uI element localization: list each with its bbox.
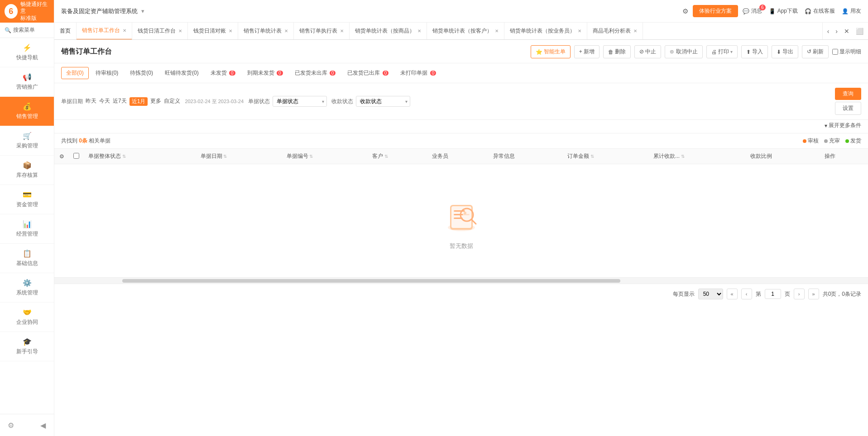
settings-filter-btn[interactable]: 设置: [835, 102, 861, 115]
tab-cash-daily[interactable]: 钱货日清工作台 ✕: [132, 23, 188, 40]
page-size-select[interactable]: 10 20 50 100: [698, 289, 723, 299]
tab-close-cash-daily[interactable]: ✕: [178, 28, 182, 33]
th-customer[interactable]: 客户: [368, 149, 427, 164]
delete-btn[interactable]: 🗑 删除: [603, 45, 631, 58]
tabs-next-btn[interactable]: ›: [834, 27, 839, 36]
import-btn[interactable]: ⬆ 导入: [741, 45, 768, 58]
chart-icon: 📊: [23, 220, 32, 228]
status-select[interactable]: 单据状态: [273, 96, 327, 107]
sub-tab-all[interactable]: 全部(0): [61, 67, 89, 79]
query-btn[interactable]: 查询: [835, 88, 861, 100]
th-settings[interactable]: ⚙: [54, 149, 69, 164]
first-page-btn[interactable]: «: [727, 289, 738, 299]
not-shipped-badge: 0: [229, 71, 235, 76]
sidebar-item-sales[interactable]: 💰 销售管理: [0, 97, 54, 126]
tab-close-cash-reconcile[interactable]: ✕: [229, 28, 232, 33]
sub-tab-wangpu[interactable]: 旺铺待发货(0): [160, 67, 204, 79]
last-page-btn[interactable]: »: [808, 289, 819, 299]
tab-close-stats-product[interactable]: ✕: [417, 28, 421, 33]
sub-tab-overdue[interactable]: 到期未发货 0: [242, 67, 288, 79]
date-last1month[interactable]: 近1月: [129, 97, 148, 106]
export-btn[interactable]: ⬇ 导出: [772, 45, 798, 58]
th-date[interactable]: 单据日期: [196, 149, 282, 164]
review-action[interactable]: 审核: [803, 137, 819, 145]
show-detail-checkbox[interactable]: 显示明细: [832, 48, 861, 56]
add-btn[interactable]: + 新增: [574, 45, 599, 58]
sub-tab-shipped-not-out[interactable]: 已发货未出库 0: [290, 67, 341, 79]
tab-sales-order-workbench[interactable]: 销售订单工作台 ✕: [77, 23, 132, 40]
tab-close-stats-staff[interactable]: ✕: [578, 28, 581, 33]
th-payment-ratio: 收款比例: [746, 149, 820, 164]
th-status[interactable]: 单据整体状态: [84, 149, 196, 164]
tab-sales-order-exec[interactable]: 销售订单执行表 ✕: [294, 23, 350, 40]
stop-btn[interactable]: ⊘ 中止: [634, 45, 661, 58]
tab-cash-reconcile[interactable]: 钱货日清对账 ✕: [188, 23, 238, 40]
tabs-maximize-btn[interactable]: ⬜: [854, 27, 865, 36]
tabs-close-all-btn[interactable]: ✕: [842, 27, 851, 36]
sidebar-item-inventory[interactable]: 📦 库存核算: [0, 156, 54, 185]
sub-tab-not-shipped[interactable]: 未发货 0: [206, 67, 240, 79]
delete-icon: 🗑: [608, 49, 614, 55]
sidebar-item-finance[interactable]: 💳 资金管理: [0, 185, 54, 214]
sub-tab-pending-inspect[interactable]: 待拣货(0): [125, 67, 158, 79]
prev-page-btn[interactable]: ‹: [741, 289, 752, 299]
tab-close-margin[interactable]: ✕: [633, 28, 637, 33]
topbar-settings-icon[interactable]: ⚙: [682, 7, 688, 15]
user-btn[interactable]: 👤 用友: [842, 7, 861, 15]
tab-close-sales-order[interactable]: ✕: [123, 28, 126, 33]
sidebar-item-guide[interactable]: 🎓 新手引导: [0, 332, 54, 361]
sidebar-item-operations[interactable]: 📊 经营管理: [0, 214, 54, 244]
date-more[interactable]: 更多: [150, 97, 161, 106]
th-amount[interactable]: 订单金额: [563, 149, 649, 164]
app-download-btn[interactable]: 📱 App下载: [769, 7, 798, 15]
print-btn[interactable]: 🖨 打印 ▾: [706, 45, 738, 58]
cancel-stop-btn[interactable]: ⊙ 取消中止: [665, 45, 702, 58]
date-yesterday[interactable]: 昨天: [86, 97, 96, 106]
sidebar-item-quick-nav[interactable]: ⚡ 快捷导航: [0, 38, 54, 67]
check-all[interactable]: [73, 153, 79, 159]
refresh-btn[interactable]: ↺ 刷新: [802, 45, 829, 58]
chevron-down-icon[interactable]: ▾: [141, 8, 144, 14]
sidebar-search[interactable]: 🔍 搜索菜单: [0, 23, 54, 38]
tab-sales-stats-product[interactable]: 销货单统计表（按商品） ✕: [350, 23, 427, 40]
sidebar-item-purchase[interactable]: 🛒 采购管理: [0, 126, 54, 156]
page-input[interactable]: [765, 289, 781, 299]
sub-tab-not-printed[interactable]: 未打印单据 0: [395, 67, 441, 79]
tab-sales-stats-staff[interactable]: 销货单统计表（按业务员） ✕: [504, 23, 587, 40]
online-service-btn[interactable]: 🎧 在线客服: [805, 7, 835, 15]
collapse-btn[interactable]: ◀: [37, 419, 49, 431]
message-btn[interactable]: 💬 消息 6: [743, 7, 762, 15]
trial-btn[interactable]: 体验行业方案: [693, 5, 738, 17]
anti-review-action[interactable]: 充审: [824, 137, 840, 145]
sub-tab-pending-review[interactable]: 待审核(0): [91, 67, 124, 79]
tab-close-stats-customer[interactable]: ✕: [495, 28, 499, 33]
date-custom[interactable]: 自定义: [164, 97, 180, 106]
ship-action[interactable]: 发货: [845, 137, 861, 145]
next-page-btn[interactable]: ›: [794, 289, 805, 299]
sidebar-item-basic-info[interactable]: 📋 基础信息: [0, 244, 54, 273]
smart-create-btn[interactable]: ⭐ 智能生单: [531, 45, 571, 58]
sidebar-item-system[interactable]: ⚙️ 系统管理: [0, 273, 54, 303]
tab-home[interactable]: 首页: [54, 23, 77, 40]
payment-select[interactable]: 收款状态: [356, 96, 410, 107]
tabs-prev-btn[interactable]: ‹: [825, 27, 831, 36]
horizontal-scrollbar[interactable]: [54, 277, 868, 284]
scrollbar-thumb[interactable]: [122, 279, 620, 283]
sidebar: 6 畅捷通好生意 标准版 🔍 搜索菜单 ⚡ 快捷导航 📢 营销推广 💰 销售管理…: [0, 0, 54, 436]
sub-tab-shipped-out[interactable]: 已发货已出库 0: [342, 67, 393, 79]
show-detail-input[interactable]: [832, 49, 838, 55]
th-collected[interactable]: 累计收款...: [649, 149, 746, 164]
tab-close-sales-exec[interactable]: ✕: [340, 28, 344, 33]
tab-product-margin[interactable]: 商品毛利分析表 ✕: [587, 23, 643, 40]
settings-btn[interactable]: ⚙: [5, 419, 17, 431]
tab-close-sales-stats[interactable]: ✕: [284, 28, 288, 33]
tab-sales-order-stats[interactable]: 销售订单统计表 ✕: [238, 23, 294, 40]
sidebar-item-enterprise[interactable]: 🤝 企业协同: [0, 303, 54, 332]
tab-sales-stats-customer[interactable]: 销货单统计表（按客户） ✕: [427, 23, 504, 40]
date-last7[interactable]: 近7天: [113, 97, 127, 106]
expand-more-btn[interactable]: ▾ 展开更多条件: [825, 122, 861, 129]
th-number[interactable]: 单据编号: [282, 149, 368, 164]
date-today[interactable]: 今天: [99, 97, 110, 106]
th-check[interactable]: [69, 149, 84, 164]
sidebar-item-marketing[interactable]: 📢 营销推广: [0, 67, 54, 97]
